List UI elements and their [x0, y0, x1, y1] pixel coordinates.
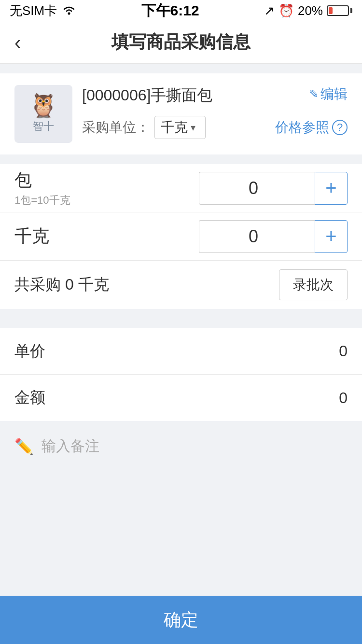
- wifi-icon: [62, 3, 76, 18]
- record-batch-button[interactable]: 录批次: [279, 269, 348, 300]
- battery-icon: [327, 5, 352, 16]
- status-time: 下午6:12: [141, 1, 199, 21]
- kg-quantity-input[interactable]: [199, 220, 315, 253]
- confirm-button[interactable]: 确定: [0, 596, 362, 644]
- unit-price-value: 0: [339, 342, 348, 360]
- confirm-label: 确定: [164, 608, 198, 632]
- page-title: 填写商品采购信息: [111, 30, 251, 54]
- kg-input-area: +: [72, 220, 348, 253]
- unit-value: 千克: [161, 118, 188, 137]
- bag-plus-button[interactable]: +: [315, 172, 348, 205]
- kg-label: 千克: [14, 224, 72, 248]
- main-content: 🦉 智十 [0000006]手撕面包 ✎ 编辑 采购单位： 千克 ▾: [0, 73, 362, 644]
- product-name: [0000006]手撕面包: [82, 85, 309, 106]
- product-card: 🦉 智十 [0000006]手撕面包 ✎ 编辑 采购单位： 千克 ▾: [0, 73, 362, 154]
- status-bar: 无SIM卡 下午6:12 ↗ ⏰ 20%: [0, 0, 362, 21]
- edit-icon: ✎: [309, 87, 319, 101]
- battery-percentage: 20%: [298, 3, 323, 18]
- bag-quantity-row: 包 1包=10千克 +: [0, 164, 362, 212]
- product-unit-row: 采购单位： 千克 ▾ 价格参照 ?: [82, 116, 348, 139]
- quantity-form: 包 1包=10千克 + 千克 +: [0, 164, 362, 261]
- svg-point-0: [68, 12, 70, 14]
- status-indicators: ↗ ⏰ 20%: [264, 3, 352, 18]
- help-icon: ?: [332, 120, 348, 135]
- unit-price-label: 单价: [14, 341, 45, 362]
- bag-input-area: +: [72, 172, 348, 205]
- product-info: [0000006]手撕面包 ✎ 编辑 采购单位： 千克 ▾ 价格参照 ?: [82, 85, 348, 139]
- back-button[interactable]: ‹: [10, 28, 26, 57]
- content-filler: [0, 471, 362, 616]
- dropdown-arrow-icon: ▾: [191, 122, 195, 133]
- product-image: 🦉 智十: [14, 85, 72, 143]
- separator-1: [0, 154, 362, 164]
- unit-label: 采购单位： 千克 ▾: [82, 116, 206, 139]
- nav-bar: ‹ 填写商品采购信息: [0, 21, 362, 64]
- kg-label-main: 千克: [14, 224, 72, 248]
- bag-quantity-input[interactable]: [199, 172, 315, 205]
- kg-plus-button[interactable]: +: [315, 220, 348, 253]
- total-purchase-text: 共采购 0 千克: [14, 274, 109, 295]
- unit-select-dropdown[interactable]: 千克 ▾: [154, 116, 206, 139]
- status-carrier: 无SIM卡: [10, 2, 76, 19]
- carrier-text: 无SIM卡: [10, 2, 57, 19]
- separator-2: [0, 309, 362, 319]
- remark-input-placeholder[interactable]: 输入备注: [42, 436, 99, 456]
- price-section: 单价 0 金额 0: [0, 328, 362, 421]
- product-logo-text: 智十: [33, 119, 54, 134]
- alarm-icon: ⏰: [278, 3, 294, 18]
- location-icon: ↗: [264, 3, 275, 18]
- product-logo-owl: 🦉: [29, 94, 58, 117]
- bag-label: 包 1包=10千克: [14, 168, 72, 208]
- unit-price-row: 单价 0: [0, 328, 362, 375]
- kg-quantity-row: 千克 +: [0, 212, 362, 261]
- edit-product-button[interactable]: ✎ 编辑: [309, 85, 348, 103]
- remark-section[interactable]: ✏️ 输入备注: [0, 422, 362, 471]
- product-header: [0000006]手撕面包 ✎ 编辑: [82, 85, 348, 106]
- amount-label: 金额: [14, 387, 45, 408]
- price-reference-button[interactable]: 价格参照 ?: [275, 118, 348, 137]
- edit-label: 编辑: [320, 85, 348, 103]
- summary-row: 共采购 0 千克 录批次: [0, 261, 362, 309]
- bag-conversion-label: 1包=10千克: [14, 193, 72, 208]
- pencil-icon: ✏️: [14, 437, 34, 456]
- bag-label-main: 包: [14, 168, 72, 192]
- amount-row: 金额 0: [0, 375, 362, 421]
- price-ref-label: 价格参照: [275, 118, 329, 137]
- amount-value: 0: [339, 389, 348, 407]
